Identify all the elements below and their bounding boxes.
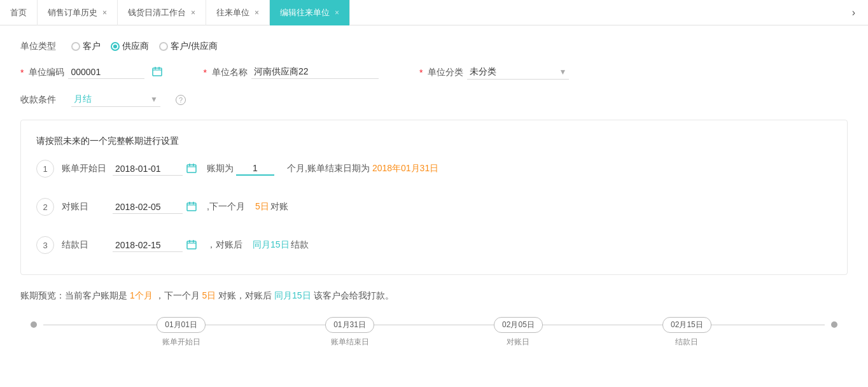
preview-pay-day: 同月15日 [274, 290, 311, 300]
tab-home[interactable]: 首页 [5, 0, 38, 25]
step-num-2: 2 [36, 198, 54, 216]
required-star-class: * [419, 67, 423, 78]
step-row-1: 1 账单开始日 账期为 个月,账单结束日期为 2018年01月31日 [36, 160, 832, 178]
timeline-node-3: 02月05日 对账日 [494, 317, 543, 348]
timeline-node-2: 01月31日 账单结束日 [325, 317, 374, 348]
tab-sales-label: 销售订单历史 [48, 7, 97, 18]
step-row-3: 3 结款日 ，对账后 同月15日 结款 [36, 236, 832, 254]
unit-class-select[interactable]: 未分类 ▼ [467, 65, 569, 80]
timeline-right-circle [831, 321, 837, 328]
card-title: 请按照未来的一个完整帐期进行设置 [36, 136, 832, 147]
payment-cond-select[interactable]: 月结 ▼ [71, 92, 160, 107]
step-1-date-input[interactable] [113, 162, 183, 176]
payment-cond-help-icon[interactable]: ? [176, 95, 186, 105]
radio-customer[interactable]: 客户 [71, 41, 101, 52]
tab-partner[interactable]: 往来单位 × [206, 0, 270, 25]
payment-cond-label: 收款条件 [20, 94, 56, 106]
payment-cond-arrow-icon: ▼ [150, 95, 158, 104]
unit-code-input[interactable] [68, 66, 144, 79]
unit-code-field: * 单位编码 [20, 66, 162, 79]
unit-type-label: 单位类型 [20, 41, 56, 52]
radio-supplier-label: 供应商 [122, 41, 149, 52]
radio-customer-supplier-circle [159, 42, 168, 51]
step-1-desc-suffix: 个月,账单结束日期为 [287, 163, 370, 174]
step-label-1: 账单开始日 [62, 163, 113, 174]
unit-name-label: 单位名称 [212, 67, 248, 78]
timeline-badge-1: 01月01日 [157, 317, 206, 333]
tab-cash-label: 钱货日清工作台 [128, 7, 186, 18]
unit-class-field: * 单位分类 未分类 ▼ [419, 65, 569, 80]
svg-rect-8 [187, 203, 196, 211]
step-2-calendar-icon[interactable] [186, 201, 197, 213]
timeline-label-1: 账单开始日 [162, 337, 200, 348]
preview-suffix: 该客户会给我打款。 [314, 290, 394, 300]
preview-mid2: 对账，对账后 [218, 290, 272, 300]
tab-home-label: 首页 [10, 7, 27, 18]
preview-reconcile-day: 5日 [202, 290, 216, 300]
tab-edit-partner-label: 编辑往来单位 [280, 7, 330, 18]
unit-name-input[interactable] [251, 66, 379, 79]
radio-supplier[interactable]: 供应商 [111, 41, 149, 52]
close-sales-tab-icon[interactable]: × [102, 8, 107, 17]
preview-text: 账期预览：当前客户账期是 1个月 ，下一个月 5日 对账，对账后 同月15日 该… [20, 290, 848, 302]
radio-customer-label: 客户 [83, 41, 101, 52]
step-3-desc-prefix: ，对账后 [207, 239, 242, 251]
calendar-code-icon[interactable] [152, 66, 162, 78]
step-3-desc-suffix: 结款 [291, 239, 309, 251]
unit-code-label: 单位编码 [29, 67, 64, 78]
payment-cond-value: 月结 [74, 94, 92, 105]
timeline-badge-2: 01月31日 [325, 317, 374, 333]
timeline-left-dot [31, 317, 37, 328]
timeline-label-3: 对账日 [507, 337, 529, 348]
radio-customer-circle [71, 42, 80, 51]
step-2-desc-prefix: ,下一个月 [207, 201, 245, 213]
unit-name-field: * 单位名称 [203, 66, 378, 79]
close-cash-tab-icon[interactable]: × [191, 8, 195, 17]
radio-supplier-circle [111, 42, 120, 51]
svg-rect-0 [153, 68, 162, 76]
required-star-code: * [20, 67, 24, 78]
tab-sales-order-history[interactable]: 销售订单历史 × [38, 0, 118, 25]
preview-period: 1个月 [130, 290, 153, 300]
timeline-node-1: 01月01日 账单开始日 [157, 317, 206, 348]
step-num-3: 3 [36, 236, 54, 254]
radio-group-unit-type: 客户 供应商 客户/供应商 [71, 41, 218, 52]
close-partner-tab-icon[interactable]: × [255, 8, 259, 17]
unit-class-arrow-icon: ▼ [559, 67, 566, 76]
unit-code-name-row: * 单位编码 * 单位名称 * 单位分类 未分类 ▼ [20, 65, 848, 80]
step-3-highlight: 同月15日 [253, 239, 290, 251]
step-num-1: 1 [36, 160, 54, 178]
step-3-date-input[interactable] [113, 239, 183, 252]
timeline-container: 01月01日 账单开始日 01月31日 账单结束日 02月05日 对账日 02月… [20, 317, 848, 348]
required-star-name: * [203, 67, 206, 78]
svg-rect-12 [187, 241, 196, 249]
timeline-nodes: 01月01日 账单开始日 01月31日 账单结束日 02月05日 对账日 02月… [31, 317, 837, 348]
step-1-end-date: 2018年01月31日 [372, 163, 438, 174]
timeline-node-4: 02月15日 结款日 [662, 317, 711, 348]
tab-partner-label: 往来单位 [216, 7, 249, 18]
timeline-badge-3: 02月05日 [494, 317, 543, 333]
timeline-label-2: 账单结束日 [331, 337, 369, 348]
preview-mid: ，下一个月 [155, 290, 200, 300]
step-1-calendar-icon[interactable] [186, 163, 197, 175]
tab-more-button[interactable]: › [844, 7, 863, 18]
step-2-highlight: 5日 [255, 201, 269, 213]
preview-prefix: 账期预览：当前客户账期是 [20, 290, 127, 300]
radio-customer-supplier[interactable]: 客户/供应商 [159, 41, 218, 52]
settings-card: 请按照未来的一个完整帐期进行设置 1 账单开始日 账期为 个月,账单结束日期为 … [20, 120, 848, 275]
step-2-date-input[interactable] [113, 201, 183, 214]
timeline-right-dot [831, 317, 837, 328]
timeline-badge-4: 02月15日 [662, 317, 711, 333]
payment-cond-row: 收款条件 月结 ▼ ? [20, 92, 848, 107]
step-2-desc-suffix: 对账 [270, 201, 288, 213]
step-3-calendar-icon[interactable] [186, 239, 197, 251]
tabs-bar: 首页 销售订单历史 × 钱货日清工作台 × 往来单位 × 编辑往来单位 × › [0, 0, 868, 25]
timeline-label-4: 结款日 [675, 337, 698, 348]
tab-cash-work[interactable]: 钱货日清工作台 × [118, 0, 206, 25]
preview-section: 账期预览：当前客户账期是 1个月 ，下一个月 5日 对账，对账后 同月15日 该… [20, 290, 848, 348]
unit-class-label: 单位分类 [428, 67, 463, 78]
close-edit-partner-tab-icon[interactable]: × [335, 8, 339, 17]
tab-edit-partner[interactable]: 编辑往来单位 × [270, 0, 350, 25]
period-input[interactable] [236, 162, 274, 176]
radio-customer-supplier-label: 客户/供应商 [171, 41, 218, 52]
